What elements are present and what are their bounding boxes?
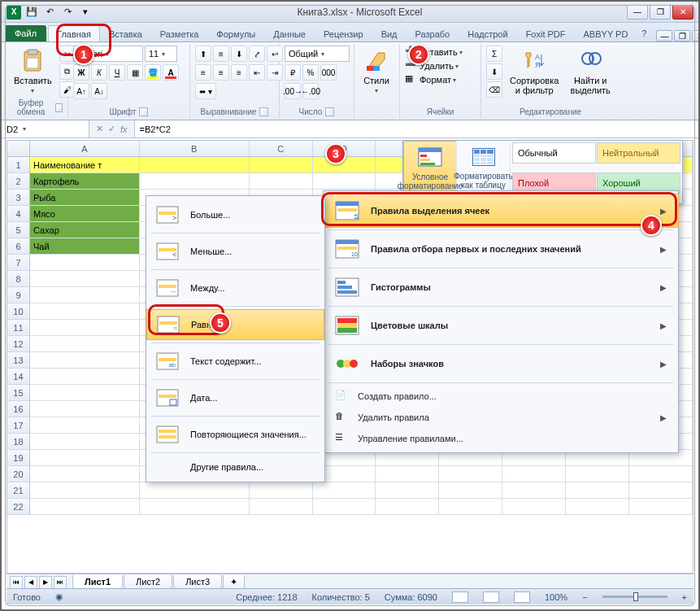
cell[interactable]: [502, 466, 566, 482]
column-header-b[interactable]: B: [140, 141, 250, 156]
cf-new-rule-item[interactable]: 📄 Создать правило...: [324, 386, 678, 407]
percent-button[interactable]: %: [302, 64, 319, 81]
border-button[interactable]: ▦: [127, 64, 143, 81]
cf-highlight-rules-item[interactable]: ≦ Правила выделения ячеек ▶: [323, 194, 679, 228]
cell[interactable]: [376, 499, 439, 515]
number-format-combo[interactable]: Общий▾: [285, 46, 350, 62]
sheet-nav-prev[interactable]: ◀: [24, 576, 37, 589]
row-header[interactable]: 11: [7, 320, 30, 336]
sheet-nav-last[interactable]: ⏭: [54, 576, 67, 589]
tab-abbyy[interactable]: ABBYY PD: [575, 25, 637, 41]
cell[interactable]: [140, 173, 250, 190]
accept-formula-button[interactable]: ✓: [108, 124, 115, 134]
row-header[interactable]: 15: [7, 385, 30, 401]
cell[interactable]: [439, 482, 502, 499]
window-close-button[interactable]: ✕: [672, 5, 693, 20]
tab-insert[interactable]: Вставка: [100, 25, 151, 41]
sheet-tab-2[interactable]: Лист2: [124, 575, 172, 589]
view-layout-button[interactable]: [483, 591, 499, 603]
sort-filter-button[interactable]: АЯ Сортировка и фильтр: [506, 46, 563, 98]
cell[interactable]: [502, 499, 566, 515]
align-center-button[interactable]: ≡: [213, 64, 229, 81]
cell[interactable]: [566, 499, 629, 515]
file-tab[interactable]: Файл: [5, 25, 46, 41]
find-select-button[interactable]: Найти и выделить: [566, 46, 615, 98]
cell[interactable]: [250, 499, 313, 515]
row-header[interactable]: 6: [7, 238, 30, 255]
tab-formulas[interactable]: Формулы: [207, 25, 264, 41]
row-header[interactable]: 5: [7, 222, 30, 238]
align-top-button[interactable]: ⬆: [195, 46, 211, 62]
status-record-macro-icon[interactable]: ◉: [55, 591, 63, 602]
row-header[interactable]: 19: [7, 450, 30, 466]
cell[interactable]: [30, 401, 140, 417]
autosum-button[interactable]: Σ: [486, 46, 502, 62]
merge-button[interactable]: ⬌ ▾: [195, 83, 216, 99]
cell[interactable]: [566, 466, 629, 482]
ribbon-help-button[interactable]: ?: [637, 25, 651, 41]
style-neutral[interactable]: Нейтральный: [597, 142, 680, 164]
cf-iconsets-item[interactable]: Наборы значков ▶: [324, 347, 678, 380]
underline-button[interactable]: Ч: [109, 64, 125, 81]
view-normal-button[interactable]: [452, 591, 468, 603]
styles-button[interactable]: Стили ▾: [359, 46, 393, 97]
cf-manage-rules-item[interactable]: ☰ Управление правилами...: [324, 428, 678, 449]
cell[interactable]: [30, 482, 140, 499]
decrease-decimal-button[interactable]: ←.00: [302, 83, 319, 99]
hr-date-item[interactable]: Дата...: [146, 383, 324, 412]
view-pagebreak-button[interactable]: [514, 591, 530, 603]
cell[interactable]: Чай: [30, 238, 140, 255]
cell[interactable]: Картофель: [30, 173, 140, 190]
new-sheet-button[interactable]: ✦: [223, 575, 245, 590]
comma-button[interactable]: 000: [320, 64, 337, 81]
cell[interactable]: Сахар: [30, 222, 140, 238]
row-header[interactable]: 13: [7, 352, 30, 369]
cell[interactable]: Наименование т: [30, 157, 140, 173]
increase-decimal-button[interactable]: .00→: [285, 83, 301, 99]
cell[interactable]: [30, 271, 140, 287]
row-header[interactable]: 2: [7, 173, 30, 190]
cell[interactable]: [30, 287, 140, 303]
font-size-combo[interactable]: 11▾: [145, 46, 177, 62]
sheet-tab-1[interactable]: Лист1: [72, 575, 123, 589]
cell[interactable]: [566, 482, 629, 499]
zoom-out-button[interactable]: −: [582, 592, 587, 602]
zoom-in-button[interactable]: +: [682, 592, 687, 602]
sheet-nav-first[interactable]: ⏮: [10, 576, 23, 589]
italic-button[interactable]: К: [91, 64, 107, 81]
row-header[interactable]: 8: [7, 271, 30, 287]
hr-between-item[interactable]: ↔ Между...: [146, 273, 324, 303]
window-maximize-button[interactable]: ❐: [650, 5, 671, 20]
cf-clear-rules-item[interactable]: 🗑 Удалить правила ▶: [324, 407, 678, 428]
fx-button[interactable]: fx: [120, 124, 128, 134]
cell[interactable]: [30, 417, 140, 434]
qat-customize-button[interactable]: ▾: [78, 5, 93, 20]
align-bottom-button[interactable]: ⬇: [231, 46, 247, 62]
cell[interactable]: [250, 173, 313, 190]
cell[interactable]: [439, 499, 502, 515]
zoom-slider-thumb[interactable]: [633, 592, 638, 601]
cell[interactable]: [629, 482, 693, 499]
hr-equal-item[interactable]: = Равно...: [146, 309, 324, 340]
cf-top-bottom-item[interactable]: 10 Правила отбора первых и последних зна…: [324, 233, 678, 265]
clear-button[interactable]: ⌫: [486, 81, 502, 98]
row-header[interactable]: 3: [7, 190, 30, 206]
hr-other-rules-item[interactable]: Другие правила...: [146, 456, 324, 478]
font-launcher[interactable]: [139, 107, 148, 116]
cell[interactable]: [250, 482, 313, 499]
hr-duplicate-item[interactable]: Повторяющиеся значения...: [146, 420, 324, 449]
cell[interactable]: [30, 320, 140, 336]
cell[interactable]: [30, 466, 140, 482]
cell[interactable]: [313, 499, 376, 515]
column-header-a[interactable]: A: [30, 141, 140, 156]
row-header[interactable]: 17: [7, 417, 30, 434]
row-header[interactable]: 4: [7, 206, 30, 222]
doc-maximize-button[interactable]: ❐: [674, 30, 690, 41]
cell[interactable]: [30, 385, 140, 401]
cell[interactable]: Рыба: [30, 190, 140, 206]
alignment-launcher[interactable]: [259, 107, 268, 116]
tab-view[interactable]: Вид: [372, 25, 407, 41]
hr-text-item[interactable]: ab Текст содержит...: [146, 347, 324, 376]
qat-save-button[interactable]: 💾: [24, 5, 39, 20]
select-all-button[interactable]: [7, 141, 30, 156]
